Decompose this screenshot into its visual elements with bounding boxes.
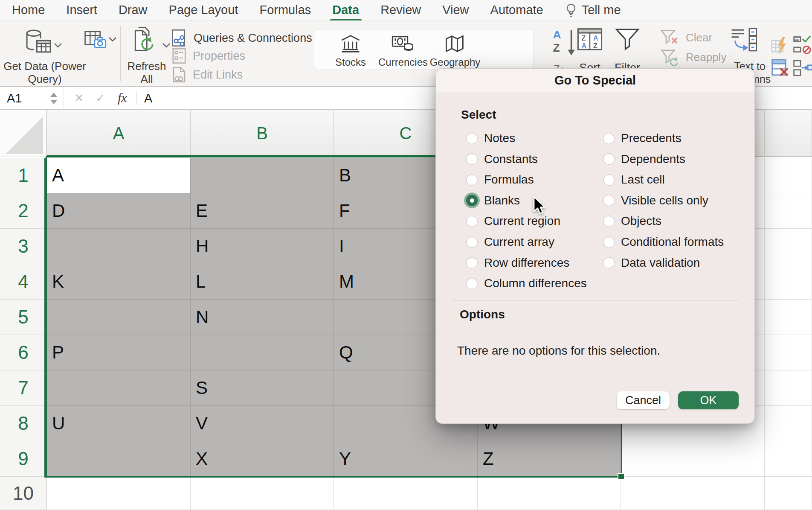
row-header-3[interactable]: 3 [0,229,46,264]
row-header-7[interactable]: 7 [0,370,46,406]
ok-button[interactable]: OK [678,391,739,409]
cell-F8[interactable] [765,406,812,441]
radio-option-row-differences[interactable]: Row differences [466,256,569,269]
menu-item-page-layout[interactable]: Page Layout [169,3,238,17]
radio-option-formulas[interactable]: Formulas [466,173,534,186]
cell-F1[interactable] [765,158,812,193]
cell-D10[interactable] [478,477,621,510]
radio-option-objects[interactable]: Objects [603,215,661,227]
radio-option-current-region[interactable]: Current region [466,215,560,227]
consolidate-button[interactable] [792,59,812,79]
cell-F2[interactable] [765,193,812,229]
cell-B3[interactable]: H [191,229,334,264]
cell-F6[interactable] [765,335,812,370]
cell-F5[interactable] [765,300,812,335]
cell-A6[interactable]: P [47,335,191,370]
radio-option-data-validation[interactable]: Data validation [603,256,700,269]
column-header-B[interactable]: B [191,110,334,156]
cancel-entry-icon[interactable]: ✕ [74,87,84,109]
radio-option-visible-cells-only[interactable]: Visible cells only [603,194,708,207]
radio-option-current-array[interactable]: Current array [466,236,554,248]
cell-C10[interactable] [334,477,478,510]
from-picture-chevron-icon[interactable] [108,37,117,42]
geography-button[interactable]: Geography [423,29,487,70]
from-picture-button[interactable] [84,30,107,53]
name-box-down-arrow-icon[interactable] [50,100,57,104]
menu-item-insert[interactable]: Insert [66,3,97,17]
cell-A3[interactable] [47,229,191,264]
name-box-up-arrow-icon[interactable] [50,93,57,97]
row-header-2[interactable]: 2 [0,193,46,229]
row-header-5[interactable]: 5 [0,300,46,335]
radio-option-notes[interactable]: Notes [466,132,515,145]
row-header-6[interactable]: 6 [0,335,46,370]
cell-A10[interactable] [47,477,191,510]
queries-connections-button[interactable]: Queries & Connections [171,29,312,47]
dialog-title-bar[interactable]: Go To Special [436,69,754,92]
menu-item-data[interactable]: Data [332,3,359,17]
menu-item-formulas[interactable]: Formulas [259,3,311,17]
cell-B1[interactable] [191,158,334,193]
insert-function-icon[interactable]: fx [118,87,127,108]
get-data-chevron-icon[interactable] [54,43,62,48]
cell-B8[interactable]: V [191,406,334,441]
menu-item-automate[interactable]: Automate [490,3,543,17]
radio-option-constants[interactable]: Constants [466,153,538,166]
text-to-columns-button[interactable] [730,26,757,55]
cell-B5[interactable]: N [191,300,334,335]
sort-ascending-button[interactable]: A Z [552,28,577,58]
cancel-button[interactable]: Cancel [617,391,670,409]
radio-option-conditional-formats[interactable]: Conditional formats [603,236,724,248]
cell-A4[interactable]: K [47,264,191,300]
cell-A7[interactable] [47,370,191,406]
menu-item-view[interactable]: View [442,3,469,17]
get-data-button[interactable] [25,29,52,59]
radio-option-blanks[interactable]: Blanks [466,194,520,207]
column-header-F[interactable] [765,110,812,156]
cell-F4[interactable] [765,264,812,300]
cell-E9[interactable] [621,441,765,477]
radio-option-precedents[interactable]: Precedents [603,132,682,145]
cell-B7[interactable]: S [191,370,334,406]
cell-F9[interactable] [765,441,812,477]
cell-B9[interactable]: X [191,441,334,477]
cell-F7[interactable] [765,370,812,406]
tell-me-button[interactable]: Tell me [565,3,621,17]
row-header-9[interactable]: 9 [0,441,46,477]
radio-option-column-differences[interactable]: Column differences [466,277,587,290]
cell-D9[interactable]: Z [478,441,621,477]
cell-B10[interactable] [191,477,334,510]
row-header-4[interactable]: 4 [0,264,46,300]
cell-A5[interactable] [47,300,191,335]
cell-C9[interactable]: Y [334,441,478,477]
fill-handle[interactable] [618,473,625,480]
select-all-corner[interactable] [0,110,47,157]
cell-B6[interactable] [191,335,334,370]
refresh-all-button[interactable] [133,26,160,56]
radio-option-last-cell[interactable]: Last cell [603,173,665,186]
row-header-8[interactable]: 8 [0,406,46,441]
menu-item-home[interactable]: Home [12,3,45,17]
cell-B2[interactable]: E [191,193,334,229]
column-header-A[interactable]: A [47,110,191,156]
cell-A1[interactable]: A [47,158,191,193]
remove-duplicates-button[interactable] [770,58,791,79]
cell-F10[interactable] [765,477,812,510]
name-box[interactable]: A1 [0,87,63,109]
row-header-1[interactable]: 1 [0,158,46,193]
filter-button[interactable] [614,26,641,54]
cell-A8[interactable]: U [47,406,191,441]
data-validation-button[interactable] [792,35,812,57]
row-header-10[interactable]: 10 [0,477,46,510]
menu-item-review[interactable]: Review [380,3,421,17]
confirm-entry-icon[interactable]: ✓ [96,87,105,109]
cell-F3[interactable] [765,229,812,264]
refresh-all-chevron-icon[interactable] [162,43,171,48]
cell-E10[interactable] [621,477,765,510]
cell-A2[interactable]: D [47,193,191,229]
sort-button[interactable]: Z A A Z [577,26,603,54]
cell-A9[interactable] [47,441,191,477]
radio-option-dependents[interactable]: Dependents [603,153,685,166]
cell-B4[interactable]: L [191,264,334,300]
menu-item-draw[interactable]: Draw [119,3,148,17]
